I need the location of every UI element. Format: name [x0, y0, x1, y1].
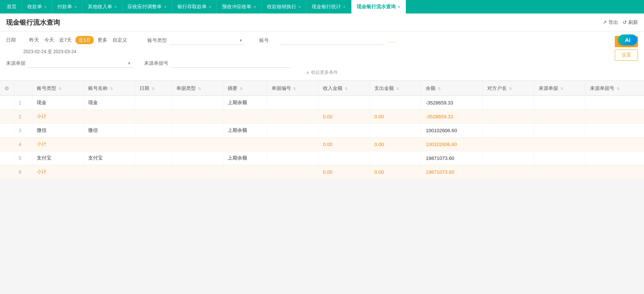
- row-expense: [370, 124, 421, 137]
- row-expense: 0.00: [370, 165, 421, 179]
- source-doc-select[interactable]: [28, 59, 133, 68]
- sort-icon-income[interactable]: ⇅: [345, 87, 348, 91]
- row-summary: [223, 165, 267, 179]
- row-doc-number: [267, 110, 318, 124]
- sort-icon-date[interactable]: ⇅: [152, 87, 155, 91]
- th-gear: ⚙: [0, 81, 14, 96]
- settings-button[interactable]: 设置: [615, 49, 638, 61]
- sort-icon-source-doc-num[interactable]: ⇅: [617, 87, 620, 91]
- th-source-doc: 来源单据 ⇅: [534, 81, 585, 96]
- th-income: 收入金额 ⇅: [318, 81, 369, 96]
- row-expense: [370, 151, 421, 165]
- close-icon-xianjintongji[interactable]: ×: [343, 4, 345, 9]
- row-num: 2: [14, 110, 32, 124]
- row-num: 4: [14, 137, 32, 151]
- row-account-name: 支付宝: [84, 151, 135, 165]
- th-doc-number: 单据编号 ⇅: [267, 81, 318, 96]
- sort-icon-expense[interactable]: ⇅: [396, 87, 399, 91]
- sort-icon-account-type[interactable]: ⇅: [59, 87, 62, 91]
- close-icon-qitashouru[interactable]: ×: [114, 4, 117, 9]
- date-opt-1month[interactable]: 近1月: [75, 36, 94, 44]
- nav-yingshoudiao[interactable]: 应收应付调整单 ×: [122, 0, 172, 13]
- row-account-type: 小计: [32, 137, 83, 151]
- row-doc-number: [267, 137, 318, 151]
- date-opt-today[interactable]: 今天: [43, 36, 56, 44]
- sort-icon-summary[interactable]: ⇅: [240, 87, 243, 91]
- ai-button[interactable]: Ai: [618, 34, 637, 45]
- row-date: [135, 137, 172, 151]
- table-body: 1 现金 现金 上期余额 -3528659.33 2 小计 0.00 0.00 …: [0, 96, 644, 179]
- close-icon-yingshoudiao[interactable]: ×: [164, 4, 166, 9]
- row-source-doc: [534, 110, 585, 124]
- row-gear: [0, 110, 14, 124]
- nav-fukuandan[interactable]: 付款单 ×: [52, 0, 82, 13]
- date-opt-more[interactable]: 更多: [96, 36, 109, 44]
- th-summary: 摘要 ⇅: [223, 81, 267, 96]
- sort-icon-doc-type[interactable]: ⇅: [198, 87, 201, 91]
- close-icon-shoukuandan[interactable]: ×: [44, 4, 47, 9]
- table-row: 5 支付宝 支付宝 上期余额 19871073.60: [0, 151, 644, 165]
- row-source-doc: [534, 165, 585, 179]
- row-account-type: 现金: [32, 96, 83, 110]
- nav-yinhangcunqu[interactable]: 银行存取款单 ×: [172, 0, 217, 13]
- row-account-name: [84, 165, 135, 179]
- close-icon-fukuandan[interactable]: ×: [74, 4, 77, 9]
- nav-xianjinliushui[interactable]: 现金银行流水查询 ×: [351, 0, 406, 13]
- row-income: [318, 124, 369, 137]
- nav-shoukuandan[interactable]: 收款单 ×: [22, 0, 52, 13]
- collapse-bar[interactable]: ∧ 收起更多条件: [6, 68, 638, 76]
- sort-icon-source-doc[interactable]: ⇅: [560, 87, 563, 91]
- sort-icon-counterparty[interactable]: ⇅: [509, 87, 512, 91]
- source-doc-field: 来源单据 ▼: [6, 59, 133, 68]
- refresh-icon: ↺: [623, 19, 627, 25]
- th-balance: 余额 ⇅: [421, 81, 483, 96]
- close-icon-yushou[interactable]: ×: [254, 4, 256, 9]
- dots-button[interactable]: ...: [387, 37, 395, 45]
- row-counterparty: [482, 151, 534, 165]
- nav-shoukuanhe[interactable]: 收款核销执行 ×: [262, 0, 306, 13]
- row-gear: [0, 137, 14, 151]
- close-icon-yinhangcunqu[interactable]: ×: [209, 4, 211, 9]
- row-source-doc-num: [585, 110, 644, 124]
- row-source-doc: [534, 96, 585, 110]
- date-opt-7days[interactable]: 近7天: [58, 36, 73, 44]
- date-opt-custom[interactable]: 自定义: [111, 36, 129, 44]
- row-gear: [0, 151, 14, 165]
- filter-row-source: 来源单据 ▼ 来源单据号: [6, 59, 615, 68]
- row-gear: [0, 124, 14, 137]
- row-balance: 100102606.60: [421, 124, 483, 137]
- date-opt-yesterday[interactable]: 昨天: [28, 36, 41, 44]
- sort-icon-account-name[interactable]: ⇅: [110, 87, 113, 91]
- row-date: [135, 110, 172, 124]
- source-doc-num-input[interactable]: [171, 59, 291, 68]
- sort-icon-balance[interactable]: ⇅: [438, 87, 441, 91]
- sort-icon-doc-number[interactable]: ⇅: [293, 87, 296, 91]
- row-doc-type: [172, 151, 223, 165]
- row-balance: 19871073.60: [421, 165, 483, 179]
- close-icon-xianjinliushui[interactable]: ×: [398, 4, 400, 9]
- row-date: [135, 151, 172, 165]
- row-summary: [223, 110, 267, 124]
- row-counterparty: [482, 165, 534, 179]
- nav-qitashouru[interactable]: 其他收入单 ×: [83, 0, 122, 13]
- account-input[interactable]: [279, 36, 384, 45]
- th-counterparty: 对方户名 ⇅: [482, 81, 534, 96]
- row-date: [135, 165, 172, 179]
- settings-icon[interactable]: ⚙: [5, 85, 9, 91]
- row-balance: -3528659.33: [421, 96, 483, 110]
- nav-xianjintongji[interactable]: 现金银行统计 ×: [306, 0, 351, 13]
- nav-home[interactable]: 首页: [2, 0, 22, 13]
- th-account-type: 账号类型 ⇅: [32, 81, 83, 96]
- filter-area: 日期 昨天 今天 近7天 近1月 更多 自定义 账号类型: [0, 31, 644, 81]
- account-type-select[interactable]: 现金 微信 支付宝: [169, 36, 244, 45]
- row-num: 1: [14, 96, 32, 110]
- refresh-button[interactable]: ↺ 刷新: [623, 19, 638, 26]
- row-income: [318, 151, 369, 165]
- nav-yushou[interactable]: 预收冲应收单 ×: [217, 0, 261, 13]
- export-button[interactable]: ↗ 导出: [603, 19, 618, 26]
- row-date: [135, 124, 172, 137]
- table-area: ⚙ 账号类型 ⇅ 账号名称 ⇅ 日期 ⇅ 单据类型 ⇅: [0, 81, 644, 179]
- close-icon-shoukuanhe[interactable]: ×: [299, 4, 301, 9]
- row-income: 0.00: [318, 165, 369, 179]
- source-doc-num-field: 来源单据号: [144, 59, 291, 68]
